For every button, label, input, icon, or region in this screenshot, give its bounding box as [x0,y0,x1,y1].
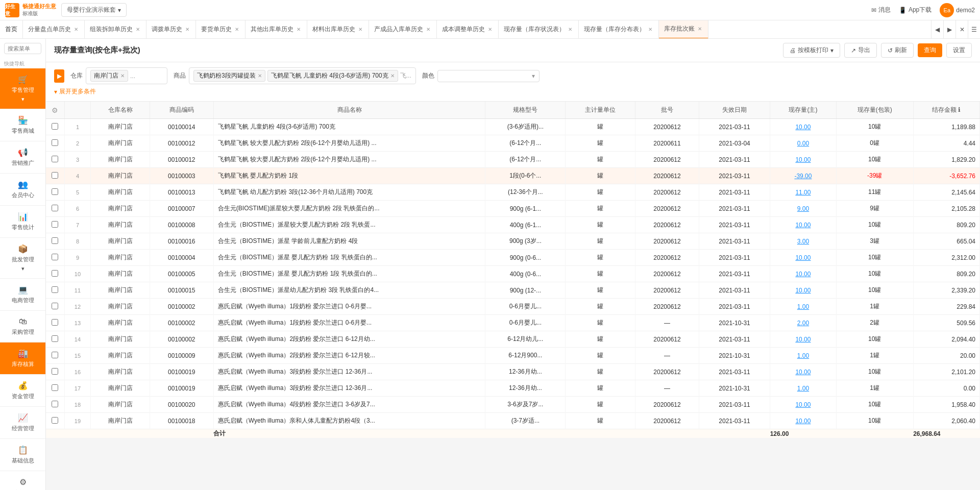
tab-scroll-left[interactable]: ◀ [931,20,943,39]
row-checkbox-2[interactable] [46,152,64,168]
tab-1[interactable]: 分量盘点单历史 ✕ [23,20,85,39]
row-qty-main-3[interactable]: -39.00 [770,168,837,184]
sidebar-item-basic-info[interactable]: 📋 基础信息 [0,439,45,471]
tab-2-close[interactable]: ✕ [135,26,141,33]
row-checkbox-11[interactable] [46,299,64,315]
row-qty-main-4[interactable]: 11.00 [770,184,837,201]
tab-10[interactable]: 现存量（库存分布表） ✕ [579,20,659,39]
tab-11-active[interactable]: 库存批次账 ✕ [659,20,708,39]
tab-2[interactable]: 组装拆卸单历史 ✕ [85,20,146,39]
print-btn[interactable]: 🖨 按模板打印 ▾ [783,43,840,58]
tab-4[interactable]: 要货单历史 ✕ [196,20,246,39]
tab-11-close[interactable]: ✕ [697,26,703,32]
tab-8[interactable]: 成本调整单历史 ✕ [437,20,499,39]
sidebar-item-purchase[interactable]: 🛍 采购管理 [0,311,45,342]
app-download-btn[interactable]: 📱 App下载 [899,6,932,14]
row-qty-main-16[interactable]: 1.00 [770,380,837,397]
tab-scroll-right[interactable]: ▶ [943,20,955,39]
search-input[interactable] [4,43,41,54]
row-qty-main-7[interactable]: 3.00 [770,233,837,250]
sidebar-item-retail-management[interactable]: 🛒 零售管理 ▾ [0,68,45,109]
row-checkbox-10[interactable] [46,282,64,299]
tab-3[interactable]: 调拨单历史 ✕ [146,20,196,39]
row-qty-main-9[interactable]: 10.00 [770,266,837,282]
tab-4-close[interactable]: ✕ [234,26,240,33]
row-qty-main-10[interactable]: 10.00 [770,282,837,299]
tab-7-close[interactable]: ✕ [425,26,431,33]
row-qty-main-14[interactable]: 1.00 [770,348,837,364]
filter-expand-btn[interactable]: ▶ [54,69,64,83]
row-qty-main-6[interactable]: 10.00 [770,217,837,233]
tab-close-all[interactable]: ✕ [955,20,968,39]
sidebar-item-management[interactable]: 📈 经营管理 [0,407,45,439]
tab-home[interactable]: 首页 [0,20,23,39]
tab-9[interactable]: 现存量（库存状况表） ✕ [499,20,579,39]
row-check-4[interactable] [52,188,58,195]
row-check-15[interactable] [52,368,58,375]
row-check-7[interactable] [52,237,58,244]
row-check-14[interactable] [52,352,58,358]
row-checkbox-14[interactable] [46,348,64,364]
sidebar-item-wholesale[interactable]: 📦 批发管理 ▾ [0,238,45,279]
user-profile[interactable]: Ea demo2 [940,3,975,17]
row-checkbox-9[interactable] [46,266,64,282]
tab-1-close[interactable]: ✕ [73,26,79,33]
row-checkbox-4[interactable] [46,184,64,201]
row-checkbox-5[interactable] [46,201,64,217]
account-dropdown[interactable]: 母婴行业演示账套 ▾ [61,3,127,17]
filter-product-tag-0-close[interactable]: ✕ [258,73,262,79]
row-checkbox-13[interactable] [46,331,64,348]
sidebar-item-retail-shop[interactable]: 🏪 零售商城 [0,109,45,141]
row-qty-main-11[interactable]: 1.00 [770,299,837,315]
sidebar-item-retail-stats[interactable]: 📊 零售统计 [0,206,45,238]
row-checkbox-0[interactable] [46,119,64,135]
tab-3-close[interactable]: ✕ [184,26,190,33]
filter-product-select[interactable]: 飞鹤奶粉3段丙罐提装 ✕ 飞鹤星飞帆 儿童奶粉 4段(3-6岁适用) 700克 … [189,67,416,84]
sidebar-item-marketing[interactable]: 📢 营销推广 [0,141,45,174]
sidebar-item-ecommerce[interactable]: 💻 电商管理 [0,279,45,311]
row-checkbox-18[interactable] [46,413,64,429]
row-check-1[interactable] [52,139,58,146]
row-checkbox-6[interactable] [46,217,64,233]
row-check-18[interactable] [52,417,58,424]
row-qty-main-5[interactable]: 9.00 [770,201,837,217]
row-check-8[interactable] [52,254,58,260]
row-qty-main-12[interactable]: 2.00 [770,315,837,331]
row-check-5[interactable] [52,205,58,211]
row-check-9[interactable] [52,270,58,277]
row-check-2[interactable] [52,156,58,162]
row-check-10[interactable] [52,286,58,293]
export-btn[interactable]: ↗ 导出 [844,43,877,58]
row-qty-main-15[interactable]: 10.00 [770,364,837,380]
tab-5[interactable]: 其他出库单历史 ✕ [246,20,307,39]
row-checkbox-7[interactable] [46,233,64,250]
row-check-17[interactable] [52,401,58,407]
filter-product-tag-1-close[interactable]: ✕ [390,73,395,79]
tab-8-close[interactable]: ✕ [487,26,493,33]
row-check-11[interactable] [52,303,58,309]
row-check-13[interactable] [52,335,58,342]
sidebar-item-inventory[interactable]: 🏭 库存核算 [0,342,45,375]
row-qty-main-17[interactable]: 10.00 [770,397,837,413]
tab-menu[interactable]: ☰ [968,20,980,39]
row-qty-main-18[interactable]: 10.00 [770,413,837,429]
row-check-3[interactable] [52,172,58,179]
row-check-6[interactable] [52,221,58,228]
filter-expand[interactable]: ▾ 展开更多条件 [54,87,972,96]
tab-7[interactable]: 产成品入库单历史 ✕ [369,20,437,39]
row-qty-main-1[interactable]: 0.00 [770,135,837,152]
tab-6-close[interactable]: ✕ [357,26,363,33]
tab-6[interactable]: 材料出库单历史 ✕ [307,20,369,39]
row-qty-main-8[interactable]: 10.00 [770,250,837,266]
message-btn[interactable]: ✉ 消息 [871,6,891,14]
row-check-16[interactable] [52,384,58,391]
filter-color-select[interactable]: ▾ [437,70,540,82]
row-checkbox-12[interactable] [46,315,64,331]
row-check-12[interactable] [52,319,58,326]
tab-9-close[interactable]: ✕ [567,26,573,33]
setting-btn[interactable]: 设置 [946,43,972,58]
sidebar-item-system[interactable]: ⚙ 系统管理 [0,471,45,490]
row-checkbox-16[interactable] [46,380,64,397]
row-check-0[interactable] [52,123,58,130]
tab-10-close[interactable]: ✕ [647,26,653,33]
